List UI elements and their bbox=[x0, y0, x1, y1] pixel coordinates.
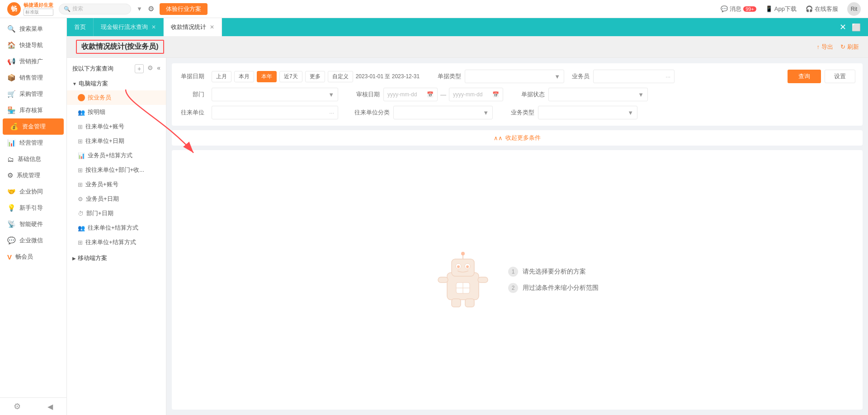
tree-item-partner-settle2[interactable]: ⊞ 往来单位+结算方式 bbox=[67, 235, 166, 250]
collapse-bar[interactable]: ∧∧ 收起更多条件 bbox=[172, 130, 863, 146]
date-btn-custom[interactable]: 自定义 bbox=[328, 71, 353, 82]
review-date-to[interactable]: yyyy-mm-dd 📅 bbox=[449, 88, 503, 101]
partner-input[interactable]: ··· bbox=[212, 106, 338, 119]
app-download-btn[interactable]: 📱 App下载 bbox=[765, 5, 797, 13]
tab-home[interactable]: 首页 bbox=[67, 18, 94, 36]
tab-bar-actions: ✕ ⬜ bbox=[840, 22, 868, 32]
partner-label: 往来单位 bbox=[179, 108, 204, 117]
panel-collapse-icon[interactable]: « bbox=[157, 64, 160, 73]
sidebar-item-operation[interactable]: 📊 经营管理 bbox=[0, 135, 66, 151]
top-gear-icon[interactable]: ⚙ bbox=[148, 5, 154, 13]
date-btn-last-month[interactable]: 上月 bbox=[212, 71, 231, 82]
tab-receipt-close[interactable]: ✕ bbox=[210, 24, 214, 30]
window-maximize-icon[interactable]: ⬜ bbox=[852, 23, 861, 32]
settings-icon[interactable]: ⚙ bbox=[14, 401, 21, 411]
right-panel: 单据日期 上月 本月 本年 近7天 更多 自定义 2023-01-01 至 20… bbox=[166, 58, 868, 415]
date-btn-this-year[interactable]: 本年 bbox=[257, 71, 277, 82]
member-icon: V bbox=[7, 253, 12, 261]
export-icon: ↑ bbox=[817, 43, 820, 50]
biz-type-select[interactable]: ▼ bbox=[538, 106, 637, 119]
sidebar-item-wechat[interactable]: 💬 企业微信 bbox=[0, 232, 66, 249]
user-avatar[interactable]: Rit bbox=[847, 2, 861, 16]
svg-point-5 bbox=[466, 265, 469, 268]
partner-type-label: 往来单位分类 bbox=[354, 108, 390, 117]
tip-text-2: 用过滤条件来缩小分析范围 bbox=[523, 284, 599, 292]
sidebar-item-sales[interactable]: 📦 销售管理 bbox=[0, 70, 66, 86]
sidebar-item-finance[interactable]: 💰 资金管理 bbox=[3, 118, 64, 135]
date-btn-this-month[interactable]: 本月 bbox=[234, 71, 254, 82]
status-select[interactable]: ▼ bbox=[548, 88, 648, 101]
status-label: 单据状态 bbox=[519, 90, 545, 99]
sidebar-item-purchase[interactable]: 🛒 采购管理 bbox=[0, 86, 66, 102]
export-btn[interactable]: ↑ 导出 bbox=[817, 43, 834, 51]
tree-item-salesperson-settle[interactable]: 📊 业务员+结算方式 bbox=[67, 148, 166, 163]
panel-header-title: 按以下方案查询 bbox=[72, 65, 113, 73]
empty-state: 1 请先选择要分析的方案 2 用过滤条件来缩小分析范围 bbox=[172, 150, 863, 410]
sidebar-item-member[interactable]: V 畅会员 bbox=[0, 249, 66, 265]
partner-dots-icon: ··· bbox=[329, 109, 334, 116]
tab-bank-close[interactable]: ✕ bbox=[151, 24, 156, 30]
type-select[interactable]: ▼ bbox=[465, 70, 564, 83]
tree-group-desktop: ▼ 电脑端方案 按业务员 👥 按明细 ⊞ 往来单位+账号 bbox=[67, 77, 166, 250]
collapse-sidebar-icon[interactable]: ◀ bbox=[47, 402, 53, 411]
trial-btn[interactable]: 体验行业方案 bbox=[160, 3, 208, 15]
tip-text-1: 请先选择要分析的方案 bbox=[523, 268, 586, 276]
cart-icon: 🛒 bbox=[7, 90, 16, 98]
notification-btn[interactable]: 💬 消息 99+ bbox=[721, 5, 756, 13]
refresh-btn[interactable]: ↻ 刷新 bbox=[840, 43, 859, 51]
dept-select[interactable]: ▼ bbox=[212, 88, 338, 101]
tree-item-dept-date[interactable]: ⏱ 部门+日期 bbox=[67, 206, 166, 221]
online-service-btn[interactable]: 🎧 在线客服 bbox=[806, 5, 838, 13]
sidebar-item-inventory[interactable]: 🏪 库存核算 bbox=[0, 102, 66, 118]
tree-item-partner-date[interactable]: ⊞ 往来单位+日期 bbox=[67, 134, 166, 148]
home-icon: 🏠 bbox=[7, 41, 16, 49]
gear-icon: ⚙ bbox=[7, 171, 13, 179]
megaphone-icon: 📢 bbox=[7, 57, 16, 66]
svg-point-4 bbox=[457, 265, 460, 268]
tree-item-partner-account[interactable]: ⊞ 往来单位+账号 bbox=[67, 119, 166, 134]
tree-item-salesperson-date[interactable]: ⚙ 业务员+日期 bbox=[67, 192, 166, 206]
biz-type-caret-icon: ▼ bbox=[627, 109, 633, 116]
sidebar-item-search[interactable]: 🔍 搜索菜单 bbox=[0, 21, 66, 37]
dept-caret-icon: ▼ bbox=[328, 91, 334, 98]
tree-item-salesperson[interactable]: 按业务员 bbox=[67, 90, 166, 105]
tree-item-partner-dept[interactable]: ⊞ 按往来单位+部门+收... bbox=[67, 163, 166, 177]
tree-item-partner-settle1[interactable]: 👥 往来单位+结算方式 bbox=[67, 221, 166, 235]
tree-group-mobile-header[interactable]: ▶ 移动端方案 bbox=[67, 251, 166, 265]
people2-icon: 👥 bbox=[78, 225, 85, 231]
svg-rect-1 bbox=[452, 259, 474, 276]
panel-add-icon[interactable]: + bbox=[135, 64, 144, 73]
panel-gear-icon[interactable]: ⚙ bbox=[147, 64, 153, 73]
set-btn[interactable]: 设置 bbox=[825, 70, 855, 83]
sidebar-item-hardware[interactable]: 📡 智能硬件 bbox=[0, 216, 66, 232]
tree-item-detail[interactable]: 👥 按明细 bbox=[67, 105, 166, 119]
calendar-icon-1: 📅 bbox=[427, 91, 434, 98]
main-layout: 🔍 搜索菜单 🏠 快捷导航 📢 营销推广 📦 销售管理 🛒 采购管理 🏪 bbox=[0, 18, 868, 415]
salesperson-input[interactable]: ··· bbox=[593, 70, 675, 83]
date-btn-7days[interactable]: 近7天 bbox=[279, 71, 302, 82]
folder-icon: 🗂 bbox=[7, 156, 14, 163]
sidebar-item-enterprise[interactable]: 🤝 企业协同 bbox=[0, 184, 66, 200]
partner-type-select[interactable]: ▼ bbox=[393, 106, 493, 119]
bar-chart-icon: 📊 bbox=[78, 152, 85, 159]
date-btn-more[interactable]: 更多 bbox=[305, 71, 325, 82]
app-version: 标准版 bbox=[24, 9, 53, 16]
tree-item-salesperson-account[interactable]: ⊞ 业务员+账号 bbox=[67, 177, 166, 192]
sidebar-item-quicknav[interactable]: 🏠 快捷导航 bbox=[0, 37, 66, 53]
robot-illustration bbox=[436, 250, 490, 310]
sidebar-item-system[interactable]: ⚙ 系统管理 bbox=[0, 167, 66, 184]
window-close-icon[interactable]: ✕ bbox=[840, 22, 846, 32]
tree-group-desktop-header[interactable]: ▼ 电脑端方案 bbox=[67, 77, 166, 90]
refresh-icon: ↻ bbox=[840, 43, 845, 50]
warehouse-icon: 🏪 bbox=[7, 106, 16, 114]
dropdown-arrow-icon[interactable]: ▼ bbox=[137, 5, 142, 12]
sidebar-item-basic[interactable]: 🗂 基础信息 bbox=[0, 151, 66, 167]
review-date-from[interactable]: yyyy-mm-dd 📅 bbox=[383, 88, 438, 101]
tab-receipt[interactable]: 收款情况统计 ✕ bbox=[164, 18, 222, 36]
tab-bank[interactable]: 现金银行流水查询 ✕ bbox=[94, 18, 164, 36]
sidebar-item-marketing[interactable]: 📢 营销推广 bbox=[0, 53, 66, 70]
download-icon: 📱 bbox=[765, 5, 773, 12]
empty-tips: 1 请先选择要分析的方案 2 用过滤条件来缩小分析范围 bbox=[508, 267, 599, 293]
query-btn[interactable]: 查询 bbox=[788, 70, 821, 83]
sidebar-item-guide[interactable]: 💡 新手引导 bbox=[0, 200, 66, 216]
